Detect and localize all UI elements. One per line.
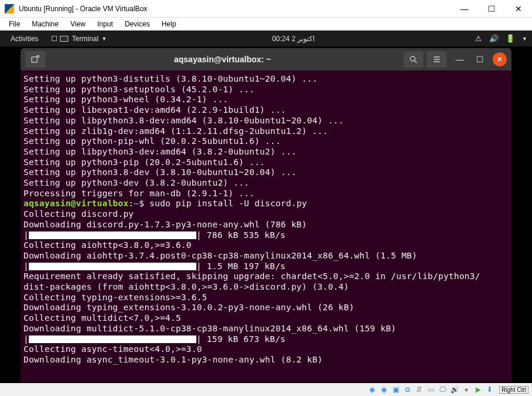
battery-icon[interactable]: 🔋 [506, 34, 515, 43]
term-line: Requirement already satisfied, skipping … [24, 271, 508, 282]
term-line: Setting up python3-pip (20.0.2-5ubuntu1.… [24, 157, 508, 168]
term-line: Setting up python-pip-whl (20.0.2-5ubunt… [24, 136, 508, 147]
svg-rect-0 [32, 57, 37, 62]
term-line: Downloading async_timeout-3.0.1-py3-none… [24, 355, 508, 365]
prompt-user: aqsayasin@virtualbox [24, 199, 129, 208]
progress-bar [29, 263, 196, 270]
command: sudo pip install -U discord.py [149, 199, 307, 208]
network-icon[interactable]: ⧉ [403, 385, 412, 394]
svg-point-2 [410, 56, 415, 61]
bar-suffix: | 1.5 MB 197 kB/s [196, 261, 286, 271]
bar-suffix: | 786 kB 535 kB/s [196, 230, 286, 240]
new-tab-button[interactable] [25, 51, 45, 68]
menu-machine[interactable]: Machine [26, 19, 64, 29]
floppy-icon[interactable]: ▣ [391, 385, 400, 394]
term-line: Setting up libexpat1-dev:amd64 (2.2.9-1b… [24, 105, 508, 116]
term-line: Collecting aiohttp<3.8.0,>=3.6.0 [24, 240, 508, 251]
panel-right: ⚠ 🔊 🔋 ▼ [475, 34, 527, 43]
search-button[interactable] [403, 51, 423, 68]
progress-bar [29, 335, 196, 343]
vm-display: Activities Terminal ▼ اكتوبر 2 00:24 ⚠ 🔊… [0, 31, 532, 383]
term-line: Setting up libpython3.8-dev:amd64 (3.8.1… [24, 116, 508, 126]
bar-suffix: | 159 kB 673 kB/s [196, 334, 286, 344]
network-icon[interactable]: ⚠ [475, 34, 482, 43]
menu-devices[interactable]: Devices [119, 19, 156, 29]
new-tab-icon [31, 55, 39, 63]
square-icon [52, 36, 57, 41]
vbox-statusbar: ◉ ◉ ▣ ⧉ ⇵ ▭ 🖵 🔊 ● ▶ ⬇ Right Ctrl [0, 383, 532, 396]
term-line: Setting up python3-distutils (3.8.10-0ub… [24, 74, 508, 85]
windows-titlebar: Ubuntu [Running] - Oracle VM VirtualBox … [0, 0, 532, 18]
terminal-body[interactable]: Setting up python3-distutils (3.8.10-0ub… [21, 71, 511, 382]
chevron-down-icon: ▼ [102, 36, 107, 42]
term-line: Downloading aiohttp-3.7.4.post0-cp38-cp3… [24, 251, 508, 261]
term-line: Setting up python3-wheel (0.34.2-1) ... [24, 95, 508, 105]
virtualbox-icon [5, 4, 14, 14]
bar-prefix: | [24, 261, 29, 271]
term-line: Setting up python3-dev (3.8.2-0ubuntu2) … [24, 178, 508, 189]
close-button[interactable]: ✕ [505, 0, 532, 18]
activities-button[interactable]: Activities [5, 35, 44, 43]
terminal-titlebar: aqsayasin@virtualbox: ~ — ☐ ✕ [21, 48, 511, 71]
maximize-button[interactable]: ☐ [478, 0, 505, 18]
vm-state-icon[interactable]: ▶ [473, 385, 483, 394]
hamburger-button[interactable] [427, 51, 447, 68]
term-line: || 786 kB 535 kB/s [24, 230, 508, 241]
panel-clock[interactable]: اكتوبر 2 00:24 [112, 35, 475, 43]
term-line: || 1.5 MB 197 kB/s [24, 261, 508, 272]
term-line: Processing triggers for man-db (2.9.1-1)… [24, 189, 508, 199]
window-title: Ubuntu [Running] - Oracle VM VirtualBox [19, 5, 451, 13]
term-line: Downloading multidict-5.1.0-cp38-cp38-ma… [24, 324, 508, 334]
term-line: Setting up python3-setuptools (45.2.0-1)… [24, 85, 508, 95]
app-menu[interactable]: Terminal ▼ [47, 35, 111, 43]
optical-drive-icon[interactable]: ◉ [379, 385, 389, 394]
hamburger-icon [433, 55, 441, 63]
term-line: dist-packages (from aiohttp<3.8.0,>=3.6.… [24, 282, 508, 293]
vbox-menubar: File Machine View Input Devices Help [0, 18, 532, 31]
term-maximize-button[interactable]: ☐ [473, 52, 487, 66]
terminal-title: aqsayasin@virtualbox: ~ [45, 55, 400, 64]
mouse-integration-icon[interactable]: ⬇ [485, 385, 494, 394]
term-line: Collecting discord.py [24, 209, 508, 220]
term-line: Downloading discord.py-1.7.3-py3-none-an… [24, 220, 508, 230]
menu-file[interactable]: File [3, 19, 26, 29]
hard-disk-icon[interactable]: ◉ [367, 385, 377, 394]
terminal-window: aqsayasin@virtualbox: ~ — ☐ ✕ Setting up… [21, 48, 511, 382]
menu-help[interactable]: Help [156, 19, 182, 29]
menu-view[interactable]: View [65, 19, 92, 29]
audio-icon[interactable]: 🔊 [450, 385, 459, 394]
gnome-panel: Activities Terminal ▼ اكتوبر 2 00:24 ⚠ 🔊… [0, 31, 532, 46]
term-minimize-button[interactable]: — [453, 52, 467, 66]
term-line: Setting up zlib1g-dev:amd64 (1:1.2.11.df… [24, 126, 508, 137]
search-icon [409, 55, 417, 63]
term-line: || 159 kB 673 kB/s [24, 334, 508, 345]
minimize-button[interactable]: — [451, 0, 478, 18]
host-key-indicator[interactable]: Right Ctrl [499, 386, 528, 394]
bar-prefix: | [24, 230, 29, 240]
progress-bar [29, 231, 196, 239]
term-line: Collecting multidict<7.0,>=4.5 [24, 313, 508, 324]
term-line: Downloading typing_extensions-3.10.0.2-p… [24, 303, 508, 313]
window-controls: — ☐ ✕ [451, 0, 532, 18]
volume-icon[interactable]: 🔊 [489, 34, 498, 43]
prompt-colon: : [129, 199, 134, 208]
terminal-icon [60, 36, 68, 42]
bar-prefix: | [24, 334, 29, 344]
menu-input[interactable]: Input [92, 19, 119, 29]
recording-icon[interactable]: ● [461, 385, 471, 394]
app-menu-label: Terminal [72, 35, 98, 43]
svg-line-3 [414, 61, 417, 63]
chevron-down-icon[interactable]: ▼ [522, 36, 527, 42]
usb-icon[interactable]: ⇵ [414, 385, 424, 394]
term-line: Collecting async-timeout<4.0,>=3.0 [24, 344, 508, 355]
term-line: Collecting typing-extensions>=3.6.5 [24, 293, 508, 303]
prompt-symbol: $ [139, 199, 144, 208]
term-prompt-line: aqsayasin@virtualbox:~$ sudo pip install… [24, 199, 508, 209]
term-line: Setting up libpython3-dev:amd64 (3.8.2-0… [24, 147, 508, 157]
shared-folders-icon[interactable]: ▭ [426, 385, 436, 394]
display-icon[interactable]: 🖵 [438, 385, 447, 394]
term-close-button[interactable]: ✕ [493, 52, 507, 66]
term-line: Setting up python3.8-dev (3.8.10-0ubuntu… [24, 167, 508, 178]
